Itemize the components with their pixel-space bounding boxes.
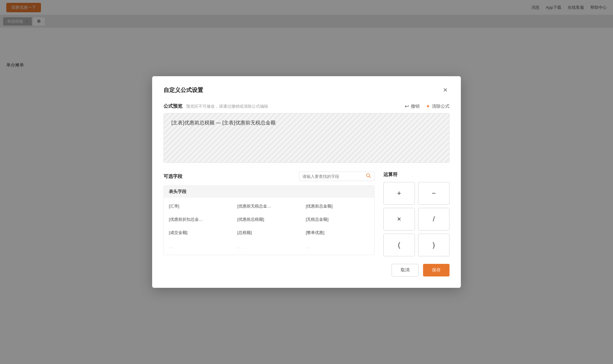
field-item-extra-1[interactable]: … <box>235 241 303 252</box>
clear-icon: ✦ <box>426 103 430 109</box>
svg-line-1 <box>370 177 371 178</box>
formula-section-label: 公式预览 <box>163 103 182 109</box>
field-item-7[interactable]: [总税额] <box>235 227 303 239</box>
modal-title: 自定义公式设置 <box>163 86 203 94</box>
cancel-button[interactable]: 取消 <box>392 264 419 276</box>
undo-button[interactable]: ↩ 撤销 <box>405 103 420 109</box>
bottom-section: 可选字段 表头字段 [汇率] [优惠前无税总金… <box>163 172 450 256</box>
clear-formula-label: 清除公式 <box>432 104 450 109</box>
fields-column: 可选字段 表头字段 [汇率] [优惠前无税总金… <box>163 172 375 255</box>
field-item-8[interactable]: [整单优惠] <box>303 227 372 239</box>
operators-grid: + − × / ( ) <box>383 182 450 256</box>
formula-actions: ↩ 撤销 ✦ 清除公式 <box>405 103 450 109</box>
undo-icon: ↩ <box>405 103 409 109</box>
modal-dialog: 自定义公式设置 ✕ 公式预览 预览区不可修改，请通过撤销或清除公式编辑 ↩ 撤销… <box>152 76 461 288</box>
clear-formula-button[interactable]: ✦ 清除公式 <box>426 103 450 109</box>
op-multiply-button[interactable]: × <box>383 208 415 230</box>
field-item-0[interactable]: [汇率] <box>166 200 235 212</box>
field-item-1[interactable]: [优惠前无税总金… <box>235 200 303 212</box>
search-icon <box>366 173 371 179</box>
formula-preview-row: 公式预览 预览区不可修改，请通过撤销或清除公式编辑 ↩ 撤销 ✦ 清除公式 <box>163 103 450 109</box>
op-lparen-button[interactable]: ( <box>383 234 415 256</box>
operators-label: 运算符 <box>383 172 450 178</box>
operators-column: 运算符 + − × / ( ) <box>383 172 450 256</box>
field-item-3[interactable]: [优惠前折扣总金… <box>166 213 235 225</box>
formula-preview-box: [主表]优惠前总税额 — [主表]优惠前无税总金额 <box>163 113 450 163</box>
op-minus-button[interactable]: − <box>418 182 450 205</box>
fields-header: 可选字段 <box>163 172 375 181</box>
search-input[interactable] <box>302 174 364 179</box>
field-item-2[interactable]: [优惠前总金额] <box>303 200 372 212</box>
fields-grid: [汇率] [优惠前无税总金… [优惠前总金额] [优惠前折扣总金… [优惠前总税… <box>164 198 374 241</box>
fields-partial-row: … … … <box>164 241 374 255</box>
fields-table-container: 表头字段 [汇率] [优惠前无税总金… [优惠前总金额] [优惠前折扣总金… [… <box>163 185 375 255</box>
field-item-5[interactable]: [无税总金额] <box>303 213 372 225</box>
dialog-footer: 取消 保存 <box>163 264 450 276</box>
modal-close-button[interactable]: ✕ <box>441 86 450 94</box>
field-item-6[interactable]: [成交金额] <box>166 227 235 239</box>
search-box <box>299 172 375 181</box>
op-divide-button[interactable]: / <box>418 208 450 230</box>
formula-content: [主表]优惠前总税额 — [主表]优惠前无税总金额 <box>171 120 276 126</box>
fields-label: 可选字段 <box>163 173 182 179</box>
op-rparen-button[interactable]: ) <box>418 234 450 256</box>
field-item-4[interactable]: [优惠前总税额] <box>235 213 303 225</box>
field-item-extra-0[interactable]: … <box>166 241 235 252</box>
formula-hint: 预览区不可修改，请通过撤销或清除公式编辑 <box>186 104 268 109</box>
op-plus-button[interactable]: + <box>383 182 415 205</box>
table-group-header: 表头字段 <box>164 186 374 198</box>
save-button[interactable]: 保存 <box>423 264 450 276</box>
fields-scroll-wrap: 表头字段 [汇率] [优惠前无税总金… [优惠前总金额] [优惠前折扣总金… [… <box>163 185 375 255</box>
undo-label: 撤销 <box>411 104 420 109</box>
modal-header: 自定义公式设置 ✕ <box>163 86 450 94</box>
field-item-extra-2[interactable]: … <box>303 241 372 252</box>
